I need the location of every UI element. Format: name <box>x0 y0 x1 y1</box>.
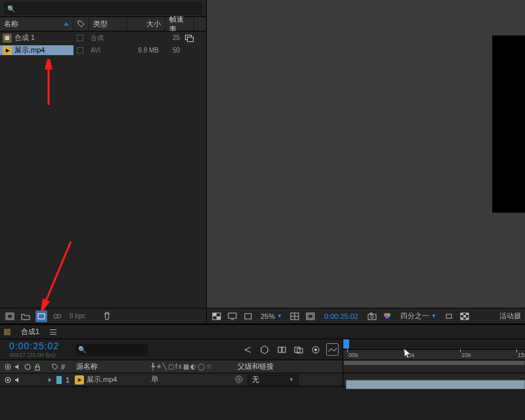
video-switch-icon[interactable] <box>4 363 12 371</box>
project-columns-header[interactable]: 名称 类型 大小 帧速率 <box>0 17 206 32</box>
ruler-tick-label: 00s <box>348 352 358 358</box>
svg-rect-27 <box>466 313 469 315</box>
project-search-field[interactable]: 🔍 <box>4 2 202 15</box>
layer-switches-cell[interactable]: 单 <box>148 374 231 385</box>
alpha-toggle-button[interactable] <box>211 310 222 322</box>
current-timecode[interactable]: 0:00:25:02 <box>9 341 75 351</box>
video-toggle[interactable] <box>4 376 12 384</box>
interpret-footage-button[interactable] <box>4 310 16 322</box>
zoom-value: 25% <box>261 312 275 320</box>
project-item-name: 展示.mp4 <box>14 45 45 55</box>
column-name[interactable]: 名称 <box>0 17 74 31</box>
color-management-button[interactable] <box>382 310 394 322</box>
new-folder-button[interactable] <box>20 310 32 322</box>
annotation-arrow <box>41 59 56 108</box>
draft-3d-button[interactable] <box>258 343 270 356</box>
viewer-canvas[interactable] <box>207 0 525 308</box>
hide-shy-button[interactable] <box>275 343 287 356</box>
mask-toggle-button[interactable] <box>242 310 254 322</box>
parent-dropdown[interactable]: 无 ▼ <box>247 375 299 385</box>
column-label[interactable] <box>74 17 89 31</box>
column-switches[interactable]: ╄✳╲▢fx▦◐◯☆ <box>148 363 231 370</box>
project-item-fps: 25 <box>163 34 182 41</box>
column-name-label: 名称 <box>4 19 18 29</box>
playhead-line <box>346 339 346 349</box>
svg-point-23 <box>385 315 389 319</box>
column-source-name[interactable]: 源名称 <box>71 362 148 371</box>
snapshot-button[interactable] <box>366 310 378 322</box>
column-size[interactable]: 大小 <box>127 17 165 31</box>
layer-index: 1 <box>64 376 71 384</box>
column-framerate[interactable]: 帧速率 <box>165 17 194 31</box>
display-button[interactable] <box>226 310 238 322</box>
svg-rect-40 <box>35 367 39 370</box>
expand-layer-chevron-icon[interactable] <box>49 378 51 382</box>
frame-blend-button[interactable] <box>292 343 304 356</box>
audio-switch-icon[interactable] <box>14 363 22 371</box>
active-camera-label[interactable]: 活动摄 <box>499 311 521 321</box>
panel-menu-icon[interactable] <box>50 329 56 335</box>
layer-clip-bar[interactable] <box>346 380 525 389</box>
project-item-row[interactable]: ▦ 合成 1 合成 25 <box>0 32 206 44</box>
composition-viewer: 25% ▼ 0:00:25:02 四分之一 ▼ 活动摄 <box>207 0 525 324</box>
svg-point-38 <box>7 366 9 368</box>
svg-rect-28 <box>463 315 466 318</box>
timeline-tab[interactable]: 合成1 <box>16 326 45 338</box>
label-icon[interactable] <box>52 364 58 370</box>
project-search-input[interactable] <box>18 4 199 13</box>
chevron-down-icon: ▼ <box>277 313 282 319</box>
project-settings-button[interactable] <box>51 310 63 322</box>
timeline-panel: 合成1 0:00:25:02 00627 (25.00 fps) 🔍 <box>0 325 525 420</box>
new-composition-button[interactable] <box>35 310 47 322</box>
zoom-scrollbar[interactable] <box>343 360 525 366</box>
project-item-list: ▦ 合成 1 合成 25 ▶ 展示.mp4 AVI 9. <box>0 32 206 308</box>
timeline-header: 0:00:25:02 00627 (25.00 fps) 🔍 <box>0 339 525 360</box>
svg-rect-8 <box>213 313 217 316</box>
motion-blur-button[interactable] <box>309 343 322 356</box>
label-swatch[interactable] <box>77 47 83 54</box>
svg-rect-12 <box>245 314 251 319</box>
svg-line-1 <box>43 242 71 307</box>
time-ruler[interactable]: 00s 05s 10s 15s <box>343 339 525 360</box>
graph-editor-button[interactable] <box>326 343 339 356</box>
delete-button[interactable] <box>101 310 113 322</box>
solo-toggle[interactable] <box>24 376 32 384</box>
column-type[interactable]: 类型 <box>89 17 127 31</box>
composition-icon: ▦ <box>3 33 12 43</box>
project-item-fps: 50 <box>163 47 182 54</box>
resolution-dropdown[interactable]: 四分之一 ▼ <box>398 311 439 321</box>
timeline-layer-row[interactable]: 1 ▶ 展示.mp4 单 无 ▼ <box>0 373 525 387</box>
time-navigator[interactable] <box>343 360 525 373</box>
lock-switch-icon[interactable] <box>33 363 41 371</box>
resolution-value: 四分之一 <box>400 311 429 321</box>
region-of-interest-button[interactable] <box>443 310 455 322</box>
label-swatch[interactable] <box>77 35 83 41</box>
svg-rect-18 <box>368 314 376 320</box>
timeline-empty-area <box>0 387 525 420</box>
lock-toggle[interactable] <box>33 376 41 384</box>
zoom-dropdown[interactable]: 25% ▼ <box>258 312 285 320</box>
viewer-frame <box>492 35 525 213</box>
timeline-tab-label: 合成1 <box>21 327 39 337</box>
color-depth-button[interactable]: 8 bpc <box>70 312 85 320</box>
search-icon: 🔍 <box>7 5 15 12</box>
project-item-row[interactable]: ▶ 展示.mp4 AVI 9.8 MB 50 <box>0 44 206 56</box>
timeline-search-field[interactable]: 🔍 <box>75 344 148 356</box>
svg-point-19 <box>371 316 373 318</box>
solo-switch-icon[interactable] <box>24 363 32 371</box>
pickwhip-icon[interactable] <box>235 375 243 384</box>
safe-zones-button[interactable] <box>304 310 316 322</box>
layer-color-swatch[interactable] <box>56 376 62 384</box>
composition-layers-icon <box>185 35 192 41</box>
project-item-type: 合成 <box>87 33 125 43</box>
video-file-icon: ▶ <box>75 375 84 385</box>
transparency-grid-button[interactable] <box>459 310 471 322</box>
current-frame-info: 00627 (25.00 fps) <box>9 352 75 358</box>
column-parent[interactable]: 父级和链接 <box>231 362 343 371</box>
resolution-button[interactable] <box>289 310 301 322</box>
timeline-tab-bar: 合成1 <box>0 325 525 339</box>
svg-point-39 <box>25 364 30 369</box>
viewer-timecode[interactable]: 0:00:25:02 <box>320 312 362 320</box>
composition-mini-flowchart-button[interactable] <box>241 343 253 356</box>
audio-toggle[interactable] <box>14 376 22 384</box>
